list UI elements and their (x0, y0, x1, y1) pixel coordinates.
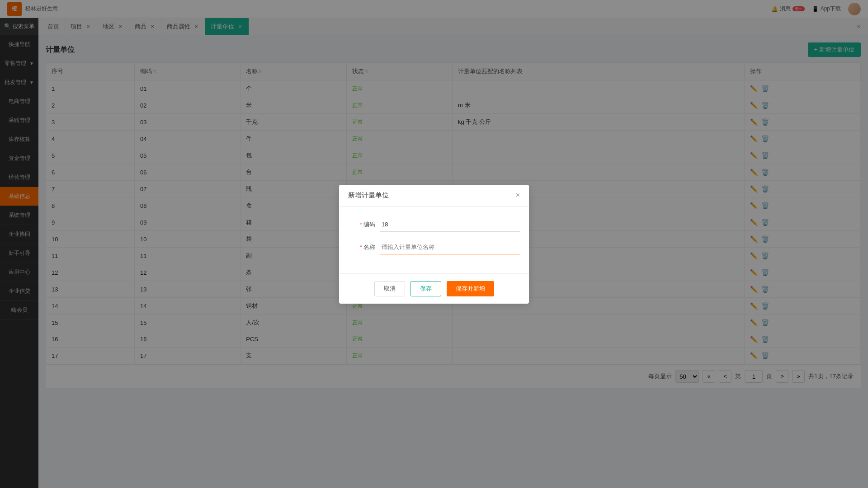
modal-body: *编码 *名称 (339, 206, 529, 273)
modal-overlay: 新增计量单位 × *编码 *名称 取消 保存 保存并新增 (0, 0, 868, 488)
save-button[interactable]: 保存 (410, 281, 441, 296)
code-row: *编码 (348, 217, 520, 232)
modal-header: 新增计量单位 × (339, 185, 529, 206)
name-row: *名称 (348, 240, 520, 254)
code-input[interactable] (380, 217, 520, 232)
cancel-button[interactable]: 取消 (374, 281, 405, 296)
add-unit-modal: 新增计量单位 × *编码 *名称 取消 保存 保存并新增 (339, 185, 529, 304)
save-and-new-button[interactable]: 保存并新增 (447, 281, 494, 296)
required-star-code: * (360, 221, 362, 228)
required-star-name: * (360, 244, 362, 250)
unit-name-input[interactable] (380, 240, 520, 254)
modal-close-btn[interactable]: × (516, 192, 520, 199)
modal-footer: 取消 保存 保存并新增 (339, 273, 529, 304)
name-label: *名称 (348, 243, 375, 251)
code-label: *编码 (348, 221, 375, 229)
modal-title: 新增计量单位 (348, 191, 389, 200)
